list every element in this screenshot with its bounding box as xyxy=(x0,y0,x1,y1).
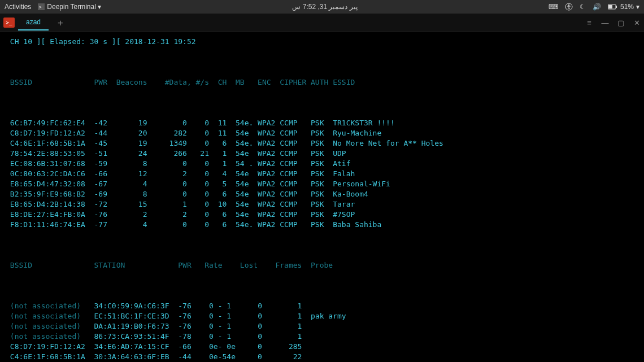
blank-line xyxy=(6,240,638,250)
station-row: C4:6E:1F:68:5B:1A 30:3A:64:63:6F:EB -44 … xyxy=(6,352,638,362)
svg-point-3 xyxy=(568,5,569,6)
app-menu[interactable]: > Deepin Terminal ▾ xyxy=(38,3,101,11)
blank-line xyxy=(6,98,638,108)
ap-row: 0C:80:63:2C:DA:C6 -66 12 2 0 4 54e WPA2 … xyxy=(6,169,638,179)
blank-line xyxy=(6,57,638,67)
ap-row: B2:35:9F:E9:68:B2 -69 8 0 0 6 54e WPA2 C… xyxy=(6,189,638,199)
accessibility-icon[interactable] xyxy=(565,3,573,11)
clock[interactable]: پیر دسمبر 31, 7:52 س xyxy=(101,3,549,11)
ap-row: EC:08:6B:31:07:68 -59 8 0 0 1 54 . WPA2 … xyxy=(6,159,638,169)
keyboard-layout-icon[interactable]: ⌨ xyxy=(549,3,558,11)
menu-button[interactable]: ≡ xyxy=(585,19,593,27)
volume-icon[interactable]: 🔊 xyxy=(593,3,601,11)
station-row: (not associated) EC:51:BC:1F:CE:3D -76 0… xyxy=(6,311,638,321)
svg-text:>: > xyxy=(39,5,42,10)
battery-indicator[interactable]: 51% ▾ xyxy=(608,3,639,11)
station-row: (not associated) 86:73:CA:93:51:4F -78 0… xyxy=(6,332,638,342)
maximize-button[interactable]: ▢ xyxy=(617,19,625,27)
ap-row: E8:65:D4:2B:14:38 -72 15 1 0 10 54e WPA2… xyxy=(6,199,638,210)
tab-active[interactable]: azad xyxy=(18,15,49,30)
app-icon xyxy=(3,18,15,28)
night-mode-icon[interactable]: ☾ xyxy=(580,3,586,11)
ap-row: 78:54:2E:88:53:05 -51 24 266 21 1 54e WP… xyxy=(6,149,638,159)
station-table-header: BSSID STATION PWR Rate Lost Frames Probe xyxy=(6,260,638,271)
station-row: (not associated) DA:A1:19:B0:F6:73 -76 0… xyxy=(6,321,638,332)
ap-row: 6C:B7:49:FC:62:E4 -42 19 0 0 11 54e. WPA… xyxy=(6,118,638,128)
new-tab-button[interactable]: + xyxy=(52,18,69,28)
blank-line xyxy=(6,281,638,291)
terminal-icon: > xyxy=(38,3,45,10)
ap-table-header: BSSID PWR Beacons #Data, #/s CH MB ENC C… xyxy=(6,77,638,88)
battery-percent: 51% xyxy=(620,3,634,11)
battery-icon xyxy=(608,4,618,10)
minimize-button[interactable]: — xyxy=(601,19,609,27)
ap-row: E8:DE:27:E4:FB:0A -76 2 2 0 6 54e WPA2 C… xyxy=(6,210,638,220)
ap-row: C8:D7:19:FD:12:A2 -44 20 282 0 11 54e WP… xyxy=(6,128,638,138)
station-row: (not associated) 34:C0:59:9A:C6:3F -76 0… xyxy=(6,301,638,311)
station-row: C8:D7:19:FD:12:A2 34:E6:AD:7A:15:CF -66 … xyxy=(6,342,638,352)
desktop-topbar: Activities > Deepin Terminal ▾ پیر دسمبر… xyxy=(0,0,644,14)
close-button[interactable]: ✕ xyxy=(633,19,641,27)
app-menu-label: Deepin Terminal ▾ xyxy=(47,3,101,11)
status-line: CH 10 ][ Elapsed: 30 s ][ 2018-12-31 19:… xyxy=(6,37,638,47)
ap-row: F8:D1:11:46:74:EA -77 4 0 0 6 54e. WPA2 … xyxy=(6,220,638,230)
ap-row: E8:65:D4:47:32:08 -67 4 0 0 5 54e WPA2 C… xyxy=(6,179,638,189)
terminal-titlebar: azad + ≡ — ▢ ✕ xyxy=(0,14,644,32)
ap-row: C4:6E:1F:68:5B:1A -45 19 1349 0 6 54e. W… xyxy=(6,138,638,149)
svg-rect-6 xyxy=(608,5,612,8)
terminal-output[interactable]: CH 10 ][ Elapsed: 30 s ][ 2018-12-31 19:… xyxy=(0,32,644,362)
activities-button[interactable]: Activities xyxy=(5,3,31,11)
chevron-down-icon: ▾ xyxy=(636,3,639,11)
svg-rect-5 xyxy=(616,6,617,8)
